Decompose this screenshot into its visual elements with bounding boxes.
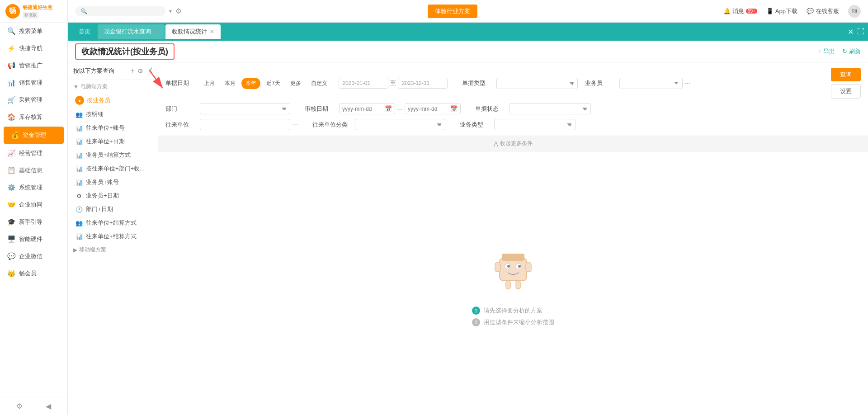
date-btn-this-year[interactable]: 本年 <box>241 78 260 89</box>
topbar-chevron-icon[interactable]: ▾ <box>169 8 172 14</box>
review-date-inputs: 📅 — 📅 <box>339 103 461 114</box>
left-panel-header: 按以下方案查询 + ⚙ 《 <box>68 62 158 80</box>
sidebar-item-hardware[interactable]: 🖥️ 智能硬件 <box>0 231 67 248</box>
date-range-inputs: 至 <box>339 78 448 89</box>
sidebar-item-base[interactable]: 📋 基础信息 <box>0 162 67 179</box>
counterpart-input[interactable] <box>200 119 290 130</box>
sidebar-settings-button[interactable]: ⚙ <box>16 402 23 410</box>
topbar-search-box[interactable]: 🔍 <box>75 6 165 16</box>
calendar-icon-right[interactable]: 📅 <box>450 105 458 112</box>
sidebar-collapse-button[interactable]: ◀ <box>46 402 51 410</box>
tab-bank-close[interactable]: ✕ <box>154 28 158 35</box>
window-close-icon[interactable]: ✕ <box>848 28 854 36</box>
sidebar-item-wechat[interactable]: 💬 企业微信 <box>0 248 67 265</box>
tree-icon-detail: 👥 <box>75 110 83 118</box>
sidebar-item-quicknav[interactable]: ⚡ 快捷导航 <box>0 40 67 57</box>
topbar-left: 🔍 ▾ ⚙ <box>75 6 182 16</box>
sidebar-item-corp[interactable]: 🤝 企业协同 <box>0 196 67 213</box>
left-panel-title: 按以下方案查询 <box>73 67 114 75</box>
doc-status-select[interactable] <box>509 103 591 114</box>
salesman-more-icon[interactable]: ··· <box>684 79 690 87</box>
topbar-gear-icon[interactable]: ⚙ <box>175 7 182 15</box>
review-date-to[interactable] <box>408 106 448 112</box>
logo-icon: 畅 <box>5 4 20 19</box>
filter-actions: 查询 设置 <box>831 68 861 99</box>
main-content: 🔍 ▾ ⚙ 体验行业方案 🔔 消息 99+ 📱 App下载 💬 在线客服 <box>68 0 868 415</box>
counterpart-more-icon[interactable]: ··· <box>292 121 298 129</box>
review-date-from[interactable] <box>342 106 383 112</box>
svg-rect-1 <box>495 263 500 272</box>
notification-area[interactable]: 🔔 消息 99+ <box>723 7 757 15</box>
hardware-icon: 🖥️ <box>7 235 15 243</box>
tree-item-unit-method1[interactable]: 👥 往来单位+结算方式 <box>68 216 158 230</box>
desktop-section-header[interactable]: ▼ 电脑端方案 <box>68 80 158 93</box>
sidebar-item-guide[interactable]: 🎓 新手引导 <box>0 213 67 231</box>
sidebar-item-member[interactable]: 👑 畅会员 <box>0 265 67 282</box>
sidebar-item-marketing[interactable]: 📢 营销推广 <box>0 57 67 74</box>
salesman-select[interactable] <box>619 78 683 89</box>
collapse-icon: ⋀ <box>494 141 498 147</box>
online-service-area[interactable]: 💬 在线客服 <box>807 7 839 15</box>
left-panel-collapse-icon[interactable]: 《 <box>146 67 152 75</box>
topbar-search-icon: 🔍 <box>80 8 87 14</box>
dept-select[interactable] <box>200 103 290 114</box>
page-header-actions: ↑ 导出 ↻ 刷新 <box>819 47 861 56</box>
calendar-icon-left[interactable]: 📅 <box>385 105 392 112</box>
sidebar-item-operation[interactable]: 📈 经营管理 <box>0 145 67 162</box>
tree-icon-unit-dept: 📊 <box>75 165 83 173</box>
svg-rect-2 <box>526 263 531 272</box>
left-panel-add-icon[interactable]: + <box>131 67 135 75</box>
logo-name: 畅捷通好生意 <box>23 4 52 11</box>
date-btn-custom[interactable]: 自定义 <box>307 78 331 89</box>
sidebar-item-search[interactable]: 🔍 搜索菜单 <box>0 23 67 40</box>
sidebar-item-finance[interactable]: 💰 资金管理 <box>4 127 64 144</box>
tree-icon-salesman-account: 📊 <box>75 178 83 186</box>
svg-rect-0 <box>500 258 527 281</box>
quicknav-icon: ⚡ <box>7 44 15 52</box>
date-btn-last7[interactable]: 近7天 <box>262 78 284 89</box>
date-btn-last-month[interactable]: 上月 <box>200 78 219 89</box>
tree-item-salesman-date[interactable]: ⚙ 业务员+日期 <box>68 189 158 203</box>
date-from-input[interactable] <box>339 78 388 89</box>
tree-item-salesman-method[interactable]: 📊 业务员+结算方式 <box>68 148 158 162</box>
settings-button[interactable]: 设置 <box>831 84 861 99</box>
tab-receipt[interactable]: 收款情况统计 ✕ <box>165 24 221 39</box>
tab-home[interactable]: 首页 <box>71 23 98 41</box>
tab-receipt-close[interactable]: ✕ <box>210 28 214 35</box>
doc-type-select[interactable] <box>496 78 578 89</box>
purchase-icon: 🛒 <box>7 96 15 104</box>
tree-item-unit-account[interactable]: 📊 往来单位+账号 <box>68 121 158 135</box>
tree-item-by-salesman[interactable]: ● 按业务员 <box>68 93 158 108</box>
window-expand-icon[interactable]: ⛶ <box>857 28 864 36</box>
online-service-icon: 💬 <box>807 8 814 14</box>
mobile-collapse-icon: ▶ <box>73 247 77 253</box>
tree-item-by-detail[interactable]: 👥 按明细 <box>68 108 158 121</box>
query-button[interactable]: 查询 <box>831 68 861 81</box>
trial-btn[interactable]: 体验行业方案 <box>428 5 477 18</box>
tab-bank[interactable]: 现金银行流水查询 ✕ <box>98 24 165 39</box>
sidebar-item-inventory[interactable]: 🏠 库存核算 <box>0 108 67 126</box>
tree-item-dept-date[interactable]: 🕐 部门+日期 <box>68 203 158 216</box>
empty-tip-1: 1 请先选择要分析的方案 <box>472 307 554 315</box>
date-btn-this-month[interactable]: 本月 <box>221 78 240 89</box>
mobile-section-header[interactable]: ▶ 移动端方案 <box>68 243 158 256</box>
biz-type-select[interactable] <box>494 119 576 130</box>
tree-item-unit-dept[interactable]: 📊 按往来单位+部门+收... <box>68 162 158 175</box>
tree-icon-dept-date: 🕐 <box>75 205 83 213</box>
sidebar-item-purchase[interactable]: 🛒 采购管理 <box>0 91 67 108</box>
date-to-input[interactable] <box>398 78 448 89</box>
sidebar-item-system[interactable]: ⚙️ 系统管理 <box>0 179 67 196</box>
tree-item-unit-date[interactable]: 📊 往来单位+日期 <box>68 135 158 148</box>
tree-item-unit-method2[interactable]: 📊 往来单位+结算方式 <box>68 230 158 243</box>
app-download-area[interactable]: 📱 App下载 <box>766 7 797 15</box>
export-button[interactable]: ↑ 导出 <box>819 47 835 56</box>
left-panel-gear-icon[interactable]: ⚙ <box>137 67 143 75</box>
sidebar-item-sales[interactable]: 📊 销售管理 <box>0 74 67 91</box>
user-avatar-area[interactable]: Rit <box>848 5 861 18</box>
date-btn-more[interactable]: 更多 <box>286 78 305 89</box>
collapse-bar[interactable]: ⋀ 收起更多条件 <box>158 136 868 151</box>
tree-item-salesman-account[interactable]: 📊 业务员+账号 <box>68 175 158 189</box>
counterpart-cat-select[interactable] <box>355 119 445 130</box>
finance-icon: 💰 <box>11 131 19 139</box>
refresh-button[interactable]: ↻ 刷新 <box>842 47 861 56</box>
